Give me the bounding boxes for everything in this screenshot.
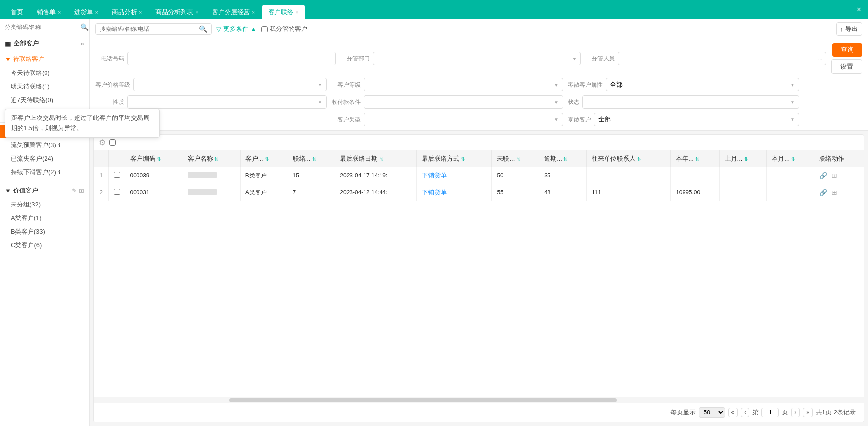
- close-product-analysis-tab[interactable]: ×: [139, 9, 142, 15]
- chevron-down-icon: ▼: [5, 56, 11, 63]
- sidebar-item-7days[interactable]: 近7天待联络(0): [0, 93, 89, 107]
- sort-contact-count-icon[interactable]: ⇅: [312, 156, 316, 162]
- tab-home[interactable]: 首页: [5, 5, 29, 19]
- row-num-1: 1: [94, 167, 108, 184]
- tab-purchase[interactable]: 进货单 ×: [68, 5, 104, 19]
- sort-company-contact-icon[interactable]: ⇅: [637, 156, 641, 162]
- branch-person-select[interactable]: ...: [618, 52, 826, 65]
- sort-overdue-icon[interactable]: ⇅: [563, 156, 567, 162]
- filter-search-icon[interactable]: 🔍: [199, 25, 207, 33]
- action-link-icon-2[interactable]: 🔗: [819, 189, 827, 196]
- retail-attr-field: 零散客户属性 全部 ▼: [568, 78, 799, 91]
- sort-this-month-icon[interactable]: ⇅: [791, 156, 795, 162]
- status-select[interactable]: ▼: [582, 95, 799, 109]
- edit-icon[interactable]: ✎: [72, 187, 77, 194]
- last-page-button[interactable]: »: [803, 408, 813, 417]
- sidebar-item-unsorted[interactable]: 未分组(32): [0, 198, 89, 211]
- table-settings-button[interactable]: ⚙: [99, 138, 106, 147]
- filter-search-input[interactable]: [100, 26, 196, 32]
- sidebar-item-lost-preview[interactable]: 流失预警客户(3) ℹ: [0, 138, 89, 152]
- row-checkbox-1[interactable]: [114, 172, 120, 178]
- customer-grade-select[interactable]: ▼: [364, 78, 563, 91]
- pending-contact-group[interactable]: ▼ 待联络客户: [0, 52, 89, 66]
- sidebar-header: ▦ 全部客户 »: [0, 35, 89, 52]
- row-uncontacted-1: 50: [492, 167, 539, 184]
- customer-type-select[interactable]: ▼: [364, 113, 563, 126]
- sidebar-item-class-c[interactable]: C类客户(6): [0, 238, 89, 252]
- first-page-button[interactable]: «: [728, 408, 738, 417]
- my-customer-checkbox[interactable]: [261, 26, 268, 32]
- branch-dept-select[interactable]: ▼: [373, 52, 581, 65]
- sidebar-search-icon[interactable]: 🔍: [80, 23, 89, 31]
- gender-select[interactable]: ▼: [127, 95, 327, 109]
- sort-last-date-icon[interactable]: ⇅: [380, 156, 383, 162]
- col-company-contact: 往来单位联系人 ⇅: [586, 150, 670, 167]
- query-button[interactable]: 查询: [832, 43, 862, 57]
- grid-icon: ▦: [5, 40, 11, 47]
- window-close-button[interactable]: ×: [855, 3, 863, 16]
- sidebar-item-already-lost[interactable]: 已流失客户(24): [0, 152, 89, 165]
- value-customer-group[interactable]: ▼ 价值客户 ✎ ⊞: [0, 183, 89, 198]
- sort-uncontacted-icon[interactable]: ⇅: [517, 156, 520, 162]
- sort-last-month-icon[interactable]: ⇅: [744, 156, 748, 162]
- tab-customer-tier[interactable]: 客户分层经营 ×: [206, 5, 260, 19]
- export-button[interactable]: ↑ 导出: [836, 22, 863, 36]
- action-link-icon-1[interactable]: 🔗: [819, 172, 827, 179]
- col-uncontacted: 未联... ⇅: [492, 150, 539, 167]
- row-check-1[interactable]: [108, 167, 125, 184]
- row-checkbox-2[interactable]: [114, 189, 120, 195]
- sidebar-item-continuous-decline[interactable]: 持续下滑客户(2) ℹ: [0, 165, 89, 179]
- tab-product-analysis[interactable]: 商品分析 ×: [106, 5, 148, 19]
- action-grid-icon-2[interactable]: ⊞: [831, 189, 837, 196]
- row-name-1[interactable]: [183, 167, 240, 184]
- close-customer-contact-tab[interactable]: ×: [295, 9, 298, 15]
- prev-page-button[interactable]: ‹: [741, 408, 749, 417]
- settings-button[interactable]: 设置: [831, 59, 862, 74]
- status-field: 状态 ▼: [568, 95, 799, 109]
- close-sales-tab[interactable]: ×: [58, 9, 61, 15]
- row-check-2[interactable]: [108, 184, 125, 201]
- tab-product-analysis-list[interactable]: 商品分析列表 ×: [150, 5, 204, 19]
- sidebar-collapse-button[interactable]: »: [80, 40, 84, 47]
- row-last-method-1[interactable]: 下销货单: [416, 167, 492, 184]
- sidebar-search-input[interactable]: [5, 24, 77, 30]
- close-product-analysis-list-tab[interactable]: ×: [195, 9, 198, 15]
- retail-attr-select[interactable]: 全部 ▼: [606, 78, 799, 91]
- more-conditions-button[interactable]: ▽ 更多条件 ▲: [216, 25, 257, 33]
- advanced-filter: 电话号码 分管部门 ▼ 分管人员 ...: [90, 39, 868, 131]
- row-name-2[interactable]: [183, 184, 240, 201]
- table-scroll-area[interactable]: 客户编码 ⇅ 客户名称 ⇅ 客户... ⇅: [94, 150, 864, 397]
- payment-select[interactable]: ▼: [364, 95, 563, 109]
- per-page-select[interactable]: 50 20 100: [699, 407, 725, 418]
- table-toolbar: ⚙: [94, 135, 864, 150]
- close-purchase-tab[interactable]: ×: [95, 9, 98, 15]
- sort-last-method-icon[interactable]: ⇅: [461, 156, 465, 162]
- sidebar-item-class-a[interactable]: A类客户(1): [0, 211, 89, 225]
- tab-customer-contact[interactable]: 客户联络 ×: [262, 5, 304, 19]
- select-all-checkbox[interactable]: [109, 139, 116, 146]
- phone-input[interactable]: [127, 52, 336, 65]
- customer-price-select[interactable]: ▼: [133, 78, 327, 91]
- retail-customer-select[interactable]: 全部 ▼: [594, 113, 799, 126]
- close-customer-tier-tab[interactable]: ×: [252, 9, 255, 15]
- sidebar-item-today[interactable]: 今天待联络(0): [0, 66, 89, 80]
- sort-this-year-icon[interactable]: ⇅: [695, 156, 699, 162]
- horizontal-scrollbar[interactable]: [94, 397, 864, 403]
- sort-type-icon[interactable]: ⇅: [265, 156, 269, 162]
- scroll-thumb[interactable]: [229, 398, 617, 402]
- sidebar-item-class-b[interactable]: B类客户(33): [0, 225, 89, 238]
- page-number-input[interactable]: [761, 408, 779, 417]
- sidebar-item-tomorrow[interactable]: 明天待联络(1): [0, 80, 89, 93]
- customer-table: 客户编码 ⇅ 客户名称 ⇅ 客户... ⇅: [94, 150, 864, 201]
- action-grid-icon-1[interactable]: ⊞: [831, 172, 837, 179]
- row-name-blur-2: [188, 189, 217, 195]
- group-expand-icon[interactable]: ⊞: [79, 187, 84, 194]
- row-last-method-2[interactable]: 下销货单: [416, 184, 492, 201]
- tab-sales[interactable]: 销售单 ×: [31, 5, 66, 19]
- next-page-button[interactable]: ›: [791, 408, 800, 417]
- sort-name-icon[interactable]: ⇅: [214, 156, 218, 162]
- sort-code-icon[interactable]: ⇅: [157, 156, 161, 162]
- col-last-method: 最后联络方式 ⇅: [416, 150, 492, 167]
- customer-price-field: 客户价格等级 ▼: [95, 78, 327, 91]
- row-this-year-2: 10995.00: [671, 184, 719, 201]
